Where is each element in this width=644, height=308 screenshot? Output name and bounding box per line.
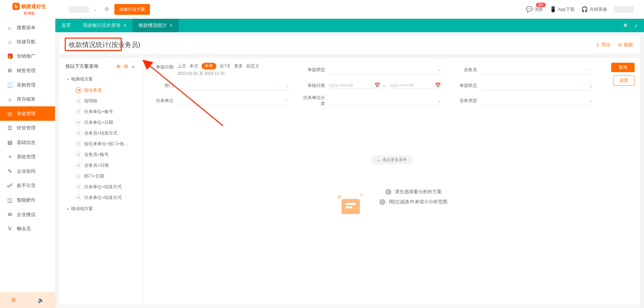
filters-panel: 单据日期 上月 本月 本年 近7天 更多 自定义 2023-01-01 至 20…: [143, 58, 600, 305]
hint-text-1: 请先选择要分析的方案: [395, 189, 442, 195]
sidebar-item-label: 系统管理: [17, 154, 36, 160]
brand-logo-text: 畅捷通好生: [21, 3, 46, 10]
svg-rect-2: [345, 206, 352, 208]
scheme-item-label: 按往来单位+部门+收...: [84, 141, 128, 147]
quick-date-picker: 上月 本月 本年 近7天 更多 自定义: [177, 63, 289, 69]
scheme-item[interactable]: ≡按明细: [73, 96, 140, 106]
field-partner-class[interactable]: 往来单位分类 ⌄: [302, 95, 440, 107]
sidebar-item-快捷导航[interactable]: ⌂快捷导航: [0, 35, 55, 49]
settings-button[interactable]: 设置: [613, 75, 635, 86]
sidebar-item-系统管理[interactable]: ✧系统管理: [0, 150, 55, 164]
ellipsis-icon[interactable]: ⋯: [587, 67, 592, 72]
scheme-item[interactable]: ≡往来单位+账号: [73, 106, 140, 117]
field-bill-type[interactable]: 单据类型 ⌄: [302, 63, 440, 76]
chevron-down-icon: ⌄: [437, 98, 441, 103]
audit-date-from[interactable]: yyyy-mm-dd 📅: [329, 83, 380, 89]
sidebar-item-营销推广[interactable]: 🎁营销推广: [0, 49, 55, 63]
online-service-link[interactable]: 🎧 在线客服: [581, 6, 607, 12]
sidebar-item-采购管理[interactable]: 🧾采购管理: [0, 78, 55, 92]
scheme-item[interactable]: ◔按业务员: [73, 85, 140, 96]
user-account[interactable]: [614, 6, 634, 13]
qd-this-year[interactable]: 本年: [202, 63, 216, 69]
qd-last-month[interactable]: 上月: [177, 63, 186, 69]
tree-group-电脑端方案[interactable]: ▾电脑端方案: [65, 73, 140, 85]
tree-group-label: 电脑端方案: [71, 76, 93, 82]
export-button[interactable]: ⇪ 导出: [596, 42, 611, 48]
field-department[interactable]: 部门 ⌄: [151, 81, 289, 91]
scheme-item-label: 按明细: [84, 98, 97, 104]
qd-last7[interactable]: 近7天: [220, 63, 231, 69]
scheme-item[interactable]: ≡往来单位+结算方式: [73, 182, 140, 192]
messages-link[interactable]: 💬 消息 99+: [526, 6, 543, 12]
scheme-item[interactable]: ≡业务员+账号: [73, 149, 140, 160]
svg-point-4: [360, 194, 363, 196]
ellipsis-icon[interactable]: ⋯: [284, 98, 289, 103]
scheme-settings-icon[interactable]: ⚙: [122, 63, 129, 69]
qd-this-month[interactable]: 本月: [190, 63, 198, 69]
tab-label: 现金银行流水查询: [83, 22, 120, 29]
sidebar-item-label: 采购管理: [17, 82, 36, 88]
tab-label: 收款情况统计: [139, 22, 167, 29]
footer-sound-icon[interactable]: 🔈: [38, 297, 44, 303]
sidebar-item-畅会员[interactable]: V畅会员: [0, 222, 55, 236]
sidebar-item-销售管理[interactable]: ⚙销售管理: [0, 63, 55, 78]
sidebar-item-智能硬件[interactable]: ◫智能硬件: [0, 193, 55, 207]
scheme-item[interactable]: ≡按往来单位+部门+收...: [73, 139, 140, 149]
refresh-icon: ⟳: [618, 42, 622, 48]
experience-button[interactable]: 体验行业方案: [114, 4, 150, 15]
tab-首页[interactable]: 首页: [55, 19, 77, 32]
field-biz-type[interactable]: 业务类型 ⌄: [454, 95, 592, 107]
tab-收款情况统计[interactable]: 收款情况统计✕: [132, 19, 179, 32]
chevron-down-icon: ⌄: [285, 83, 289, 88]
fullscreen-button[interactable]: ⤢: [630, 19, 642, 32]
collapse-conditions-button[interactable]: ︽ 收起更多条件: [371, 155, 413, 164]
scheme-item[interactable]: ≡部门+日期: [73, 171, 140, 182]
scheme-item[interactable]: ≡业务员+日期: [73, 160, 140, 171]
report-icon: ≡: [75, 162, 82, 168]
scheme-panel: 按以下方案查询 ⊕ ⚙ « ▾电脑端方案◔按业务员≡按明细≡往来单位+账号≡往来…: [59, 58, 143, 305]
tabbar-close-all-icon[interactable]: ✕: [623, 19, 628, 32]
collapse-panel-icon[interactable]: «: [129, 64, 137, 69]
date-range-text: 2023-01-01 至 2023-12-31: [177, 71, 289, 76]
chat-icon: 💬: [526, 6, 533, 12]
qd-custom[interactable]: 自定义: [246, 63, 259, 69]
hint-number-1: 1: [385, 189, 391, 195]
scheme-item-label: 往来单位+结算方式: [84, 195, 122, 201]
field-bill-status[interactable]: 单据状态 ⌄: [454, 81, 592, 91]
chevron-down-icon[interactable]: ⌄: [94, 7, 97, 12]
scheme-item[interactable]: ≡往来单位+结算方式: [73, 192, 140, 203]
sidebar-item-基础信息[interactable]: ▤基础信息: [0, 135, 55, 150]
sidebar-item-企业微信[interactable]: ✉企业微信: [0, 207, 55, 222]
wallet-icon: ◎: [7, 110, 13, 117]
scheme-item[interactable]: ≡往来单位+日期: [73, 117, 140, 128]
field-salesman[interactable]: 业务员 ⋯: [454, 63, 592, 76]
body-panel: 按以下方案查询 ⊕ ⚙ « ▾电脑端方案◔按业务员≡按明细≡往来单位+账号≡往来…: [59, 58, 640, 305]
close-icon[interactable]: ✕: [123, 23, 126, 28]
org-selector[interactable]: [69, 6, 89, 13]
calendar-icon: 📅: [435, 83, 441, 88]
audit-date-to[interactable]: yyyy-mm-dd 📅: [390, 83, 441, 89]
sidebar-item-资金管理[interactable]: ◎资金管理: [0, 106, 55, 121]
tab-现金银行流水查询[interactable]: 现金银行流水查询✕: [77, 19, 132, 32]
gear-icon[interactable]: ⚙: [104, 6, 109, 12]
footer-gear-icon[interactable]: ⚙: [11, 297, 16, 303]
scheme-item[interactable]: ≡业务员+结算方式: [73, 128, 140, 139]
refresh-button[interactable]: ⟳ 刷新: [618, 42, 633, 48]
brand-logo-mark: b: [12, 3, 20, 10]
qd-more[interactable]: 更多: [234, 63, 243, 69]
sidebar-item-企业协同[interactable]: ✎企业协同: [0, 164, 55, 178]
search-icon: ⌕: [7, 25, 13, 31]
sidebar-item-新手引导[interactable]: ☍新手引导: [0, 178, 55, 193]
expand-icon: ⤢: [634, 23, 638, 28]
add-scheme-icon[interactable]: ⊕: [115, 63, 122, 69]
sidebar-item-搜索菜单[interactable]: ⌕搜索菜单: [0, 21, 55, 35]
report-icon: ≡: [75, 109, 82, 115]
sidebar-item-经营管理[interactable]: ☰经营管理: [0, 121, 55, 135]
app-download-link[interactable]: 📱 App下载: [550, 6, 575, 12]
field-bill-date: 单据日期 上月 本月 本年 近7天 更多 自定义 2023-01-01 至 20…: [151, 63, 289, 76]
close-icon[interactable]: ✕: [169, 23, 173, 28]
tree-group-移动端方案[interactable]: ▸移动端方案: [65, 203, 140, 214]
query-button[interactable]: 查询: [611, 63, 635, 72]
sidebar-item-库存核算[interactable]: ⌂库存核算: [0, 92, 55, 106]
field-partner[interactable]: 往来单位 ⋯: [151, 95, 289, 107]
